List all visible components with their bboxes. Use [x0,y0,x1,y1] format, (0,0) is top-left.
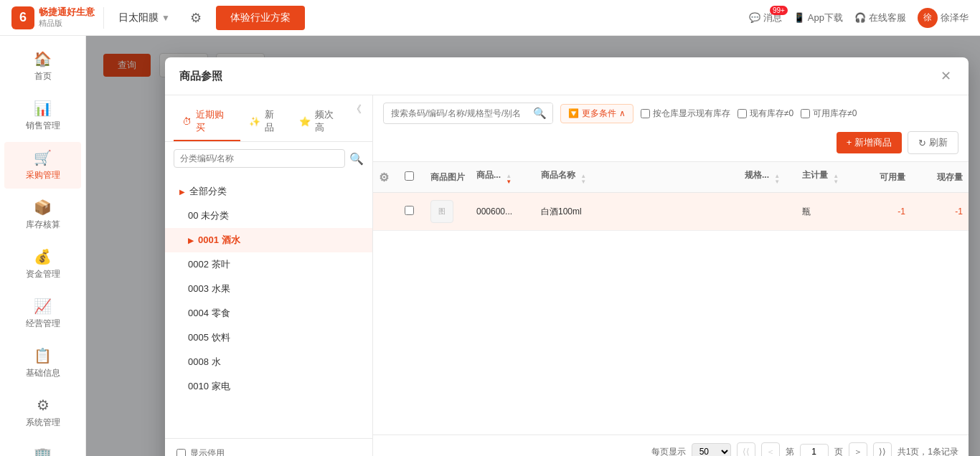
cat-item-water[interactable]: 0008 水 [165,350,372,374]
available-checkbox[interactable] [738,109,747,118]
category-list: ▶ 全部分类 00 未分类 ▶ 0001 酒水 0002 茶叶 [165,175,372,438]
display-disabled-checkbox[interactable] [176,449,186,456]
col-header-stock: 现存量 [911,162,969,193]
category-search-area: 🔍 [165,142,372,175]
row-spec-cell [739,193,796,231]
product-search-input[interactable] [384,105,527,122]
collapse-panel-button[interactable]: 《 [350,103,364,117]
col-header-name[interactable]: 商品名称 ▲ ▼ [535,162,739,193]
cat-item-liquor[interactable]: ▶ 0001 酒水 [165,228,372,252]
col-header-spec[interactable]: 规格... ▲ ▼ [739,162,796,193]
settings-icon[interactable]: ⚙ [184,6,207,29]
mobile-icon: 📱 [793,12,805,23]
sidebar-label-system: 系统管理 [26,417,60,429]
table-row[interactable]: 图 000600... 白酒100ml [373,193,969,231]
info-icon: 📋 [34,347,52,364]
prev-page-button[interactable]: ＜ [761,442,780,456]
col-header-code[interactable]: 商品... ▲ ▼ [471,162,535,193]
sidebar-item-basic-info[interactable]: 📋 基础信息 [4,340,81,386]
finance-icon: 💰 [34,248,52,265]
sort-spec-icon: ▲ ▼ [774,174,780,185]
headset-icon: 🎧 [854,12,866,23]
product-table: ⚙ 商品图片 商品... [373,162,969,231]
page-label: 第 [786,446,794,457]
topbar-right: 💬 消息 99+ 📱 App下载 🎧 在线客服 徐 徐泽华 [749,8,969,28]
operations-icon: 📈 [34,298,52,315]
tab-recent-purchase[interactable]: ⏱ 近期购买 [174,103,240,141]
cat-item-snacks[interactable]: 0004 零食 [165,301,372,326]
app-download-button[interactable]: 📱 App下载 [793,11,843,24]
first-page-button[interactable]: ⟨⟨ [737,442,755,456]
page-size-select[interactable]: 10 20 50 100 [692,443,731,456]
system-icon: ⚙ [37,396,50,414]
sidebar-item-home[interactable]: 🏠 首页 [4,43,81,90]
row-unit-cell: 瓶 [796,193,854,231]
page-label-2: 页 [834,446,843,457]
cat-item-tea[interactable]: 0002 茶叶 [165,252,372,277]
more-filters-button[interactable]: 🔽 更多条件 ∧ [560,104,633,123]
warehouse-checkbox[interactable] [641,109,650,118]
dialog-body: ⏱ 近期购买 ✨ 新品 ⭐ 频次高 《 [165,95,969,456]
refresh-icon: ↻ [918,138,926,148]
sidebar-label-operations: 经营管理 [26,318,60,330]
last-page-button[interactable]: ⟩⟩ [873,442,892,456]
cat-item-beverages[interactable]: 0005 饮料 [165,326,372,350]
cat-item-fruit[interactable]: 0003 水果 [165,277,372,301]
usable-filter[interactable]: 可用库存≠0 [801,108,857,120]
tab-frequent[interactable]: ⭐ 频次高 [291,103,350,141]
messages-button[interactable]: 💬 消息 99+ [749,11,782,24]
logo-area: 6 畅捷通好生意 精品版 [11,6,95,29]
app-edition: 精品版 [39,18,95,29]
column-settings-icon[interactable]: ⚙ [379,171,389,184]
row-check-cell [399,193,425,231]
username: 徐泽华 [941,11,969,24]
col-header-unit[interactable]: 主计量 ▲ ▼ [796,162,854,193]
sidebar-item-operations[interactable]: 📈 经营管理 [4,290,81,337]
arrow-right-icon: ▶ [179,188,185,196]
refresh-button[interactable]: ↻ 刷新 [908,131,958,154]
store-selector[interactable]: 日太阳膜 ▼ [113,9,176,27]
tab-new-products[interactable]: ✨ 新品 [240,103,291,141]
available-filter[interactable]: 现有库存≠0 [738,108,793,120]
sidebar-label-home: 首页 [34,70,52,82]
category-search-input[interactable] [174,149,345,168]
product-search-icon[interactable]: 🔍 [527,103,552,123]
cat-label-appliances: 0010 家电 [188,380,230,393]
cat-label-liquor: 0001 酒水 [198,234,240,247]
main-area: 查询 刷新 设置 商品参照 ✕ ⏱ 近期购买 [86,36,980,456]
next-page-button[interactable]: ＞ [849,442,867,456]
tab-new-label: 新品 [265,108,282,134]
row-image-cell: 图 [425,193,471,231]
sidebar-item-inventory[interactable]: 📦 库存核算 [4,191,81,238]
sidebar-item-finance[interactable]: 💰 资金管理 [4,241,81,288]
sidebar-item-system[interactable]: ⚙ 系统管理 [4,389,81,436]
sidebar-item-sales[interactable]: 📊 销售管理 [4,92,81,139]
sidebar-item-purchase[interactable]: 🛒 采购管理 [4,142,81,189]
row-checkbox[interactable] [405,206,414,215]
row-code-cell: 000600... [471,193,535,231]
product-name: 白酒100ml [541,206,582,217]
warehouse-filter[interactable]: 按仓库显示现有库存 [641,108,730,120]
display-disabled-label: 显示停用 [190,447,225,456]
cat-label-snacks: 0004 零食 [188,307,230,320]
select-all-checkbox[interactable] [405,171,414,181]
cat-item-appliances[interactable]: 0010 家电 [165,374,372,399]
chevron-down-icon: ▼ [161,13,170,23]
app-download-label: App下载 [808,11,843,24]
page-number-input[interactable] [800,444,829,456]
sidebar-label-sales: 销售管理 [26,120,60,132]
sidebar-label-basic-info: 基础信息 [26,367,60,379]
sidebar-item-corp[interactable]: 🏢 企业协同 [4,439,81,456]
usable-checkbox[interactable] [801,109,810,118]
product-image: 图 [430,200,453,223]
cat-item-all[interactable]: ▶ 全部分类 [165,179,372,204]
online-service-button[interactable]: 🎧 在线客服 [854,11,906,24]
add-product-button[interactable]: + 新增商品 [837,132,902,153]
row-available-cell: -1 [854,193,911,231]
category-search-icon[interactable]: 🔍 [349,152,364,166]
user-area[interactable]: 徐 徐泽华 [918,8,969,28]
cat-item-uncategorized[interactable]: 00 未分类 [165,204,372,228]
close-icon[interactable]: ✕ [937,67,954,85]
pagination-bar: 每页显示 10 20 50 100 ⟨⟨ ＜ 第 页 ＞ ⟩⟩ [373,434,969,456]
trial-button[interactable]: 体验行业方案 [216,6,305,30]
